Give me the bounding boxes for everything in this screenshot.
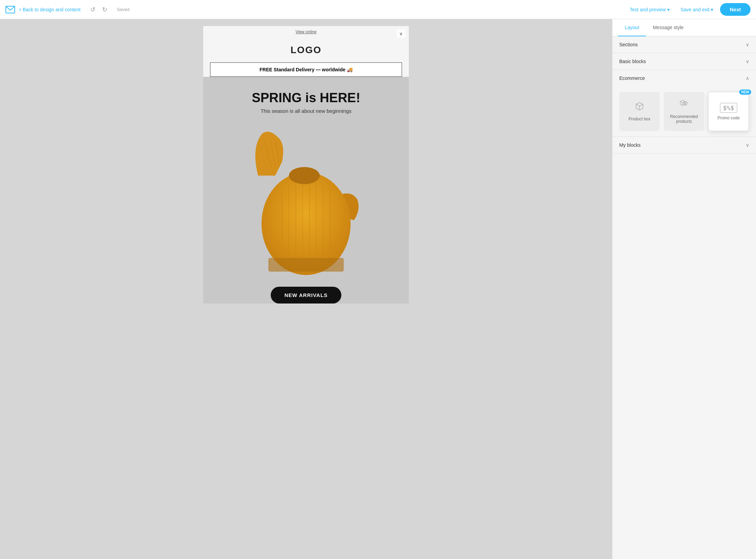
topbar-right: Test and preview ▾ Save and exit ▾ Next (626, 3, 751, 16)
redo-button[interactable]: ↻ (99, 4, 110, 15)
right-sidebar: Layout Message style Sections ∨ Basic bl… (612, 19, 756, 559)
svg-point-2 (289, 167, 320, 184)
view-online-bar: View online (203, 26, 409, 38)
topbar: Back to design and content ↺ ↻ Saved Tes… (0, 0, 756, 19)
my-blocks-title: My blocks (619, 142, 641, 148)
sidebar-tabs: Layout Message style (612, 19, 756, 36)
svg-rect-11 (268, 258, 344, 272)
product-box-label: Product box (629, 117, 650, 121)
hero-cta-button[interactable]: NEW ARRIVALS (271, 287, 341, 304)
test-preview-button[interactable]: Test and preview ▾ (626, 4, 674, 15)
ecommerce-title: Ecommerce (619, 75, 645, 81)
email-hero-block: SPRING is HERE! This season is all about… (203, 77, 409, 304)
view-online-link[interactable]: View online (295, 29, 316, 34)
tab-layout[interactable]: Layout (618, 19, 646, 36)
main-area: ∨ View online LOGO FREE Standard Deliver… (0, 19, 756, 559)
email-banner: FREE Standard Delivery — worldwide 🚚 (210, 62, 402, 77)
sweater-image (248, 121, 364, 278)
my-blocks-header[interactable]: My blocks ∨ (612, 137, 756, 153)
basic-blocks-title: Basic blocks (619, 59, 646, 64)
undo-button[interactable]: ↺ (87, 4, 98, 15)
sections-title: Sections (619, 42, 638, 47)
my-blocks-chevron: ∨ (746, 142, 749, 148)
ecommerce-section: Ecommerce ∧ Product box (612, 70, 756, 137)
saved-status: Saved (117, 7, 130, 12)
undo-redo-group: ↺ ↻ (87, 4, 110, 15)
canvas-collapse-button[interactable]: ∨ (397, 29, 405, 38)
tab-message-style[interactable]: Message style (646, 19, 690, 36)
product-box-icon (635, 102, 644, 113)
topbar-left: Back to design and content ↺ ↻ Saved (5, 4, 626, 15)
ecommerce-header[interactable]: Ecommerce ∧ (612, 70, 756, 86)
ecommerce-content: Product box (612, 86, 756, 136)
recommended-products-block[interactable]: Recommended products (664, 92, 704, 131)
next-button[interactable]: Next (720, 3, 751, 16)
sections-section: Sections ∨ (612, 36, 756, 53)
save-exit-button[interactable]: Save and exit ▾ (676, 4, 718, 15)
recommended-products-icon (679, 99, 689, 111)
recommended-products-label: Recommended products (670, 114, 698, 124)
promo-code-block[interactable]: NEW $%$ Promo code (708, 92, 749, 131)
sections-header[interactable]: Sections ∨ (612, 36, 756, 53)
mail-icon (5, 6, 15, 13)
promo-code-label: Promo code (718, 116, 740, 120)
email-logo: LOGO (203, 38, 409, 62)
blocks-grid: Product box (619, 92, 749, 131)
basic-blocks-chevron: ∨ (746, 59, 749, 64)
email-canvas: View online LOGO FREE Standard Delivery … (203, 26, 409, 304)
promo-code-icon: $%$ (720, 103, 737, 112)
hero-title: SPRING is HERE! (252, 91, 361, 105)
basic-blocks-header[interactable]: Basic blocks ∨ (612, 53, 756, 70)
new-badge: NEW (739, 90, 751, 95)
canvas-wrapper: ∨ View online LOGO FREE Standard Deliver… (203, 26, 409, 552)
basic-blocks-section: Basic blocks ∨ (612, 53, 756, 70)
sections-chevron: ∨ (746, 42, 749, 47)
back-to-design-link[interactable]: Back to design and content (19, 6, 81, 13)
ecommerce-chevron: ∧ (746, 75, 749, 81)
my-blocks-section: My blocks ∨ (612, 137, 756, 154)
product-box-block[interactable]: Product box (619, 92, 660, 131)
hero-subtitle: This season is all about new beginnings (260, 108, 351, 114)
canvas-area: ∨ View online LOGO FREE Standard Deliver… (0, 19, 612, 559)
